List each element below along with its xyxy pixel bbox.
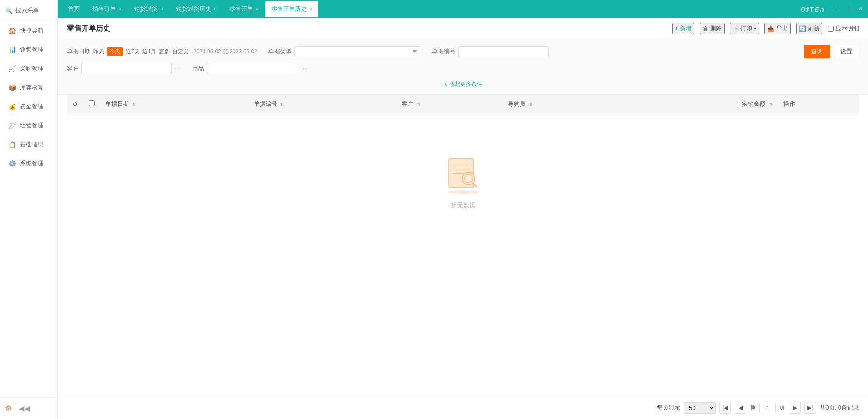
tab-close-sales-order[interactable]: × (119, 6, 121, 12)
tab-label-sales-return: 销货退货 (134, 5, 157, 13)
sidebar-item-purchase-mgmt[interactable]: 🛒采购管理 (0, 59, 57, 78)
date-today-btn[interactable]: 今天 (107, 47, 123, 56)
data-table: ⚙ 单据日期 ⇅ 单据编号 ⇅ (67, 95, 859, 113)
sidebar-icon-ops: 📈 (9, 122, 16, 129)
date-7days-btn[interactable]: 近7天 (126, 48, 140, 56)
doc-type-label: 单据类型 (268, 47, 292, 56)
date-sort-icon[interactable]: ⇅ (133, 102, 136, 107)
sidebar-item-inventory[interactable]: 📦库存核算 (0, 78, 57, 97)
tab-close-retail-open-history[interactable]: × (309, 6, 312, 12)
tab-retail-open[interactable]: 零售开单 × (223, 1, 265, 17)
tab-label-sales-return-history: 销货退货历史 (176, 5, 211, 13)
th-no: 单据编号 ⇅ (248, 95, 397, 113)
amount-sort-icon[interactable]: ⇅ (769, 102, 773, 107)
doc-type-select[interactable] (294, 46, 421, 57)
empty-illustration (441, 149, 486, 194)
sidebar-item-sales-mgmt[interactable]: 📊销售管理 (0, 40, 57, 59)
setting-button[interactable]: 设置 (834, 45, 859, 58)
date-yesterday-btn[interactable]: 昨天 (93, 48, 104, 56)
export-icon: 📤 (767, 25, 774, 32)
show-detail-checkbox-label[interactable]: 显示明细 (828, 24, 859, 33)
sidebar-label-basic-info: 基础信息 (20, 141, 43, 149)
sidebar-icon-inventory: 📦 (9, 84, 16, 91)
doc-type-filter: 单据类型 (268, 46, 421, 57)
collapse-more-btn[interactable]: ∧ 收起更多条件 (67, 79, 859, 92)
sidebar-icon-finance: 💰 (9, 103, 16, 110)
tab-sales-order[interactable]: 销售订单 × (86, 1, 128, 17)
date-more-btn[interactable]: 更多 (159, 48, 170, 56)
svg-point-0 (447, 190, 479, 194)
sidebar-item-ops[interactable]: 📈经营管理 (0, 116, 57, 135)
doc-no-input[interactable] (458, 46, 549, 57)
sidebar-search[interactable]: 🔍 搜索采单 (0, 0, 57, 21)
goods-label: 商品 (192, 65, 204, 73)
first-page-button[interactable]: |◀ (719, 402, 731, 414)
page-header: 零售开单历史 + 新增 🗑 删除 🖨 打印 ▾ 📤 导出 🔄 (58, 18, 868, 39)
delete-button[interactable]: 🗑 删除 (700, 23, 725, 34)
date-range-display: 2023-06-02 至 2023-06-02 (193, 48, 257, 55)
next-page-button[interactable]: ▶ (789, 402, 801, 414)
sidebar-icon-sys-mgmt: ⚙️ (9, 160, 16, 167)
th-date: 单据日期 ⇅ (100, 95, 248, 113)
customer-label: 客户 (67, 65, 79, 73)
tab-sales-return[interactable]: 销货退货 × (128, 1, 169, 17)
tab-sales-return-history[interactable]: 销货退货历史 × (170, 1, 223, 17)
date-custom-btn[interactable]: 自定义 (172, 48, 189, 56)
sidebar-item-finance[interactable]: 💰资金管理 (0, 97, 57, 116)
sidebar-item-basic-info[interactable]: 📋基础信息 (0, 135, 57, 154)
sidebar-icon-purchase-mgmt: 🛒 (9, 65, 16, 72)
settings-col-icon[interactable]: ⚙ (72, 101, 78, 108)
th-settings: ⚙ (67, 95, 83, 113)
refresh-icon: 🔄 (799, 25, 806, 32)
total-label: 共0页, 0条记录 (820, 404, 859, 412)
customer-dots-icon[interactable]: ··· (175, 64, 181, 73)
prev-page-button[interactable]: ◀ (735, 402, 746, 414)
customer-sort-icon[interactable]: ⇅ (417, 102, 421, 107)
select-all-checkbox[interactable] (89, 100, 95, 106)
collapse-sidebar-icon[interactable]: ◀◀ (19, 404, 30, 413)
date-filter: 单据日期 昨天 今天 近7天 近1月 更多 自定义 2023-06-02 至 2… (67, 47, 257, 56)
tab-close-sales-return-history[interactable]: × (214, 6, 217, 12)
sidebar-label-purchase-mgmt: 采购管理 (20, 65, 43, 73)
minimize-button[interactable]: － (830, 5, 841, 14)
th-amount: 实销金额 ⇅ (630, 95, 778, 113)
sidebar-label-quick-nav: 快捷导航 (20, 27, 43, 35)
sidebar-item-quick-nav[interactable]: 🏠快捷导航 (0, 21, 57, 40)
export-button[interactable]: 📤 导出 (764, 23, 791, 34)
tab-close-sales-return[interactable]: × (160, 6, 163, 12)
svg-point-9 (465, 174, 473, 183)
tab-retail-open-history[interactable]: 零售开单历史 × (265, 1, 318, 17)
no-sort-icon[interactable]: ⇅ (280, 102, 284, 107)
customer-input[interactable] (81, 63, 172, 74)
main-content: 首页销售订单 ×销货退货 ×销货退货历史 ×零售开单 ×零售开单历史 × OfT… (58, 0, 868, 419)
filter-area: 单据日期 昨天 今天 近7天 近1月 更多 自定义 2023-06-02 至 2… (58, 39, 868, 95)
close-button[interactable]: × (857, 5, 864, 13)
tab-close-retail-open[interactable]: × (256, 6, 258, 12)
th-guide: 导购员 ⇅ (503, 95, 630, 113)
sidebar-item-sys-mgmt[interactable]: ⚙️系统管理 (0, 154, 57, 173)
brand-label: OfTEn (798, 5, 827, 13)
date-label: 单据日期 (67, 47, 90, 56)
sidebar: 🔍 搜索采单 🏠快捷导航📊销售管理🛒采购管理📦库存核算💰资金管理📈经营管理📋基础… (0, 0, 58, 419)
tab-home[interactable]: 首页 (62, 1, 86, 17)
tab-label-home: 首页 (68, 5, 80, 13)
refresh-button[interactable]: 🔄 刷新 (796, 23, 822, 34)
filter-row-1: 单据日期 昨天 今天 近7天 近1月 更多 自定义 2023-06-02 至 2… (67, 45, 859, 58)
query-button[interactable]: 查询 (804, 45, 830, 58)
sidebar-icon-sales-mgmt: 📊 (9, 46, 16, 53)
page-size-select[interactable]: 50 10 20 100 (684, 402, 716, 414)
tab-label-retail-open: 零售开单 (229, 5, 253, 13)
last-page-button[interactable]: ▶| (804, 402, 816, 414)
goods-dots-icon[interactable]: ··· (300, 64, 307, 73)
goods-input[interactable] (207, 63, 297, 74)
search-icon: 🔍 (5, 7, 13, 14)
page-number-input[interactable] (759, 403, 776, 413)
tab-bar: 首页销售订单 ×销货退货 ×销货退货历史 ×零售开单 ×零售开单历史 × OfT… (58, 0, 868, 18)
maximize-button[interactable]: □ (845, 5, 853, 13)
show-detail-checkbox[interactable] (828, 26, 834, 32)
add-button[interactable]: + 新增 (672, 23, 694, 34)
settings-gear-icon[interactable]: ⚙ (5, 404, 12, 413)
print-button[interactable]: 🖨 打印 ▾ (730, 23, 759, 34)
guide-sort-icon[interactable]: ⇅ (529, 102, 533, 107)
date-1month-btn[interactable]: 近1月 (142, 48, 157, 56)
